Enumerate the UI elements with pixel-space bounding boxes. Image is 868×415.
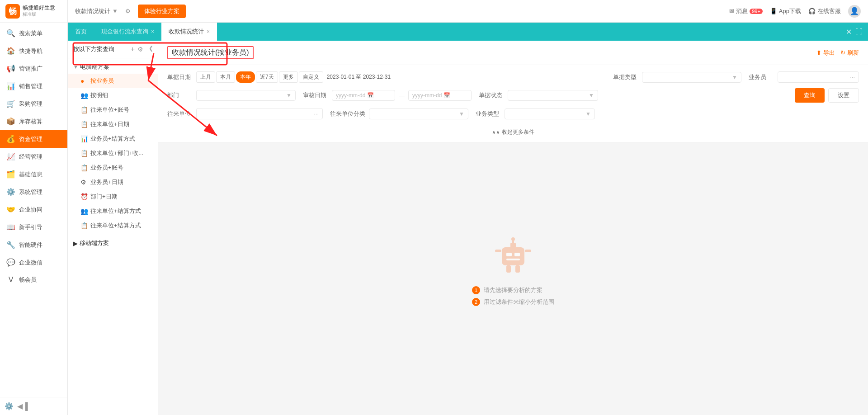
tab-collection[interactable]: 收款情况统计 × [161,23,217,41]
date-btn-this-year[interactable]: 本年 [236,71,255,83]
sidebar-item-operation[interactable]: 📈 经营管理 [0,148,67,165]
tab-bank-close[interactable]: × [151,28,154,35]
sidebar-item-member[interactable]: V 畅会员 [0,271,67,288]
right-panel: 收款情况统计(按业务员) ⬆ 导出 ↻ 刷新 [158,41,868,415]
refresh-btn[interactable]: ↻ 刷新 [840,49,859,57]
scheme-item-salesman-date[interactable]: ⚙ 业务员+日期 [68,175,158,189]
sidebar-item-basic[interactable]: 🗂️ 基础信息 [0,165,67,183]
scheme-item-salesman-account[interactable]: 📋 业务员+账号 [68,160,158,175]
salesman-settlement-icon: 📊 [80,135,88,142]
date-btn-last-month[interactable]: 上月 [196,71,215,83]
sidebar-item-enterprise[interactable]: 🤝 企业协同 [0,201,67,218]
settings-btn[interactable]: 设置 [828,88,859,103]
sidebar-item-system[interactable]: ⚙️ 系统管理 [0,183,67,201]
partner-settlement1-icon: 👥 [80,208,88,215]
sidebar-item-hardware[interactable]: 🔧 智能硬件 [0,236,67,254]
download-icon: 📱 [770,8,777,14]
settings-bottom-icon[interactable]: ⚙️ [5,402,14,410]
tab-expand-icon[interactable]: ⛶ [855,28,863,36]
trial-btn[interactable]: 体验行业方案 [138,5,186,18]
biz-type-dropdown-icon: ▼ [585,111,591,117]
tab-bank[interactable]: 现金银行流水查询 × [94,23,161,41]
dept-date-icon: ⏰ [80,193,88,200]
export-btn[interactable]: ⬆ 导出 [816,49,835,57]
salesman-select[interactable]: ··· [778,71,859,83]
panel-actions: + ⚙ 《 [131,45,152,53]
filter-area: 单据日期 上月 本月 本年 近7天 更多 自定义 2023-01-01 至 [158,65,868,143]
empty-tips: 1 请先选择要分析的方案 2 用过滤条件来缩小分析范围 [472,286,554,306]
salesman-more-icon[interactable]: ··· [850,74,855,80]
partner-select[interactable]: ··· [196,108,323,119]
page-header-actions: ⬆ 导出 ↻ 刷新 [816,49,859,57]
tab-home[interactable]: 首页 [68,23,94,41]
online-service-btn[interactable]: 🎧 在线客服 [808,7,841,15]
desktop-group-title[interactable]: ▼ 电脑端方案 [68,60,158,74]
topbar-actions: ✉ 消息 99+ 📱 App下载 🎧 在线客服 👤 [729,5,861,18]
biz-type-select[interactable]: ▼ [505,108,595,119]
date-label: 单据日期 [167,73,193,81]
collapse-sidebar-icon[interactable]: ◀▐ [17,402,28,410]
doc-type-select[interactable]: ▼ [642,72,741,83]
collapse-filter-btn[interactable]: ∧∧ 收起更多条件 [492,128,534,136]
scheme-collapse-icon[interactable]: 《 [146,45,152,53]
messages-btn[interactable]: ✉ 消息 99+ [729,7,763,15]
topbar-gear-icon[interactable]: ⚙ [125,8,131,14]
dept-select[interactable]: ▼ [196,90,296,101]
sales-icon: 📊 [6,82,15,90]
calendar-icon: 📅 [367,92,374,99]
scheme-settings-icon[interactable]: ⚙ [137,46,143,53]
review-date-to[interactable]: yyyy-mm-dd 📅 [408,90,472,101]
sidebar-item-guide[interactable]: 📖 新手引导 [0,218,67,236]
date-btn-7days[interactable]: 近7天 [256,71,278,83]
query-btn[interactable]: 查询 [795,88,825,103]
export-icon: ⬆ [816,49,821,56]
scheme-item-partner-settlement2[interactable]: 📋 往来单位+结算方式 [68,218,158,233]
mobile-group-title[interactable]: ▶ 移动端方案 [68,236,158,250]
scheme-item-by-detail[interactable]: 👥 按明细 [68,88,158,103]
sidebar-item-search[interactable]: 🔍 搜索菜单 [0,24,67,42]
tab-close-all-icon[interactable]: ✕ [846,28,852,36]
sidebar-item-marketing[interactable]: 📢 营销推广 [0,60,67,77]
date-btn-custom[interactable]: 自定义 [299,71,323,83]
mobile-group-arrow-icon: ▶ [73,240,78,247]
scheme-item-salesman-settlement[interactable]: 📊 业务员+结算方式 [68,132,158,146]
scheme-item-partner-settlement1[interactable]: 👥 往来单位+结算方式 [68,204,158,218]
scheme-item-partner-date[interactable]: 📋 往来单位+日期 [68,117,158,132]
app-download-btn[interactable]: 📱 App下载 [770,7,801,15]
topbar-dropdown-icon[interactable]: ▼ [112,8,118,14]
svg-rect-0 [502,247,524,265]
user-avatar[interactable]: 👤 [848,5,861,18]
mobile-scheme-group: ▶ 移动端方案 [68,235,158,252]
filter-salesman: 业务员 ··· [749,71,859,83]
scheme-item-partner-dept[interactable]: 📋 按来单位+部门+收... [68,146,158,160]
add-scheme-icon[interactable]: + [131,45,135,53]
sidebar-item-wechat[interactable]: 💬 企业微信 [0,254,67,271]
tab-controls: ✕ ⛶ [846,28,868,36]
sidebar-nav: 🔍 搜索菜单 🏠 快捷导航 📢 营销推广 📊 销售管理 🛒 采购管理 📦 库存核… [0,23,67,397]
scheme-item-by-salesman[interactable]: ● 按业务员 [68,74,158,88]
partner-settlement2-icon: 📋 [80,222,88,229]
svg-rect-7 [495,250,501,252]
partner-label: 往来单位 [167,110,193,118]
doc-status-select[interactable]: ▼ [508,90,598,101]
date-btn-more[interactable]: 更多 [279,71,298,83]
scheme-item-dept-date[interactable]: ⏰ 部门+日期 [68,189,158,204]
desktop-scheme-group: ▼ 电脑端方案 ● 按业务员 👥 按明细 📋 往来单位+账号 📋 往来 [68,58,158,235]
sidebar-item-finance[interactable]: 💰 资金管理 [0,130,67,148]
doc-type-label: 单据类型 [613,73,638,81]
sidebar-item-quicknav[interactable]: 🏠 快捷导航 [0,42,67,60]
home-icon: 🏠 [6,47,15,55]
sidebar-bottom: ⚙️ ◀▐ [0,397,67,415]
partner-more-icon[interactable]: ··· [314,110,319,117]
partner-category-select[interactable]: ▼ [369,108,468,119]
tab-collection-close[interactable]: × [207,28,210,35]
sidebar-item-purchase[interactable]: 🛒 采购管理 [0,95,67,113]
review-date-from[interactable]: yyyy-mm-dd 📅 [332,90,395,101]
sidebar-item-inventory[interactable]: 📦 库存核算 [0,113,67,130]
filter-row-2: 部门 ▼ 审核日期 yyyy-mm-dd 📅 — [167,88,859,103]
svg-rect-1 [506,253,512,256]
inventory-icon: 📦 [6,117,15,126]
sidebar-item-sales[interactable]: 📊 销售管理 [0,77,67,95]
date-btn-this-month[interactable]: 本月 [216,71,235,83]
scheme-item-partner-account[interactable]: 📋 往来单位+账号 [68,103,158,117]
